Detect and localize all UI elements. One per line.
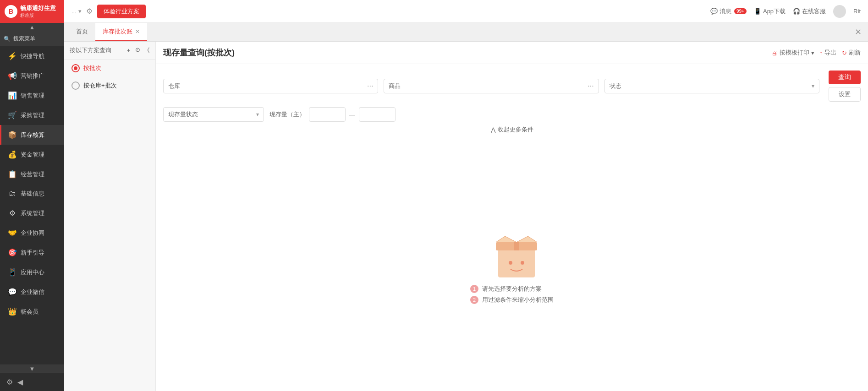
radio-selected-icon (71, 64, 80, 72)
collapse-panel-icon[interactable]: 《 (144, 46, 150, 54)
product-more-icon[interactable]: ··· (588, 82, 593, 90)
export-icon: ↑ (820, 49, 823, 56)
sidebar-label-system: 系统管理 (21, 209, 44, 217)
inventory-status-field[interactable]: 现存量状态 ▾ (163, 107, 264, 122)
sidebar-icon-quick-nav: ⚡ (8, 52, 17, 60)
sidebar-item-enterprise[interactable]: 🤝 企业协同 (0, 223, 64, 243)
filter-row-1: 仓库 ··· 商品 ··· 状态 ▾ 查询 设置 (163, 71, 861, 102)
tab-home[interactable]: 首页 (69, 23, 95, 41)
tab-batch-label: 库存批次账 (103, 27, 132, 36)
sidebar-item-inventory[interactable]: 📦 库存核算 (0, 125, 64, 145)
refresh-label: 刷新 (849, 49, 861, 57)
page-title: 现存量查询(按批次) (163, 47, 235, 58)
inventory-qty-group: 现存量（主） — (269, 107, 396, 122)
sidebar-item-guide[interactable]: 🎯 新手引导 (0, 243, 64, 262)
query-header-actions: 🖨 按模板打印 ▾ ↑ 导出 ↻ 刷新 (772, 49, 861, 57)
sidebar-items-list: ⚡ 快捷导航 📢 营销推广 📊 销售管理 🛒 采购管理 📦 库存核算 💰 资金管… (0, 46, 64, 364)
refresh-btn[interactable]: ↻ 刷新 (842, 49, 861, 57)
hint-num-2: 2 (470, 296, 478, 304)
collapse-more-btn[interactable]: ⋀ 收起更多条件 (163, 122, 861, 137)
filter-warehouse-batch-label: 按仓库+批次 (83, 81, 117, 90)
sidebar-item-system[interactable]: ⚙ 系统管理 (0, 203, 64, 223)
sidebar-item-operations[interactable]: 📋 经营管理 (0, 164, 64, 184)
tab-batch[interactable]: 库存批次账 ✕ (95, 23, 147, 41)
sidebar-label-marketing: 营销推广 (21, 72, 44, 80)
query-button[interactable]: 查询 (829, 71, 861, 84)
experience-btn[interactable]: 体验行业方案 (97, 5, 146, 18)
sidebar-icon-guide: 🎯 (8, 248, 17, 257)
sidebar-label-basic: 基础信息 (21, 190, 44, 198)
filter-panel: 按以下方案查询 ＋ ⊙ 《 按批次 按仓库+批次 (64, 42, 156, 391)
filter-conditions: 仓库 ··· 商品 ··· 状态 ▾ 查询 设置 (156, 64, 868, 144)
sidebar-scroll-up[interactable]: ▲ (0, 23, 64, 31)
topbar-dropdown[interactable]: ... ▾ (71, 8, 82, 15)
sidebar-item-apps[interactable]: 📱 应用中心 (0, 262, 64, 282)
online-service-label: 在线客服 (802, 7, 826, 16)
query-header: 现存量查询(按批次) 🖨 按模板打印 ▾ ↑ 导出 ↻ 刷新 (156, 42, 868, 64)
topbar-gear-icon[interactable]: ⚙ (86, 7, 93, 16)
tab-close-icon[interactable]: ✕ (135, 28, 140, 35)
sidebar-scroll-down[interactable]: ▼ (0, 364, 64, 373)
settings-button[interactable]: 设置 (829, 87, 861, 102)
sidebar-label-enterprise: 企业协同 (21, 229, 44, 237)
sidebar-item-purchase[interactable]: 🛒 采购管理 (0, 105, 64, 125)
collapse-sidebar-icon[interactable]: ◀ (17, 378, 23, 386)
app-title-block: 畅康通好生意 标准版 (20, 5, 56, 18)
add-scheme-icon[interactable]: ＋ (126, 46, 132, 54)
sidebar-item-basic[interactable]: 🗂 基础信息 (0, 184, 64, 203)
topbar-right: 💬 消息 99+ 📱 App下载 🎧 在线客服 Rit (710, 5, 861, 18)
filter-batch-label: 按批次 (83, 64, 101, 72)
settings-icon[interactable]: ⚙ (6, 378, 13, 386)
sidebar-icon-enterprise: 🤝 (8, 228, 17, 237)
scheme-settings-icon[interactable]: ⊙ (135, 46, 140, 54)
sidebar-icon-member: 👑 (8, 307, 17, 316)
sidebar-item-wechat[interactable]: 💬 企业微信 (0, 282, 64, 302)
inventory-qty-to[interactable] (359, 107, 396, 122)
inventory-status-label: 现存量状态 (168, 110, 198, 119)
sidebar-item-member[interactable]: 👑 畅会员 (0, 302, 64, 321)
online-service-btn[interactable]: 🎧 在线客服 (793, 7, 826, 16)
product-label: 商品 (389, 82, 401, 90)
search-label: 搜索菜单 (13, 35, 35, 43)
sidebar-icon-wechat: 💬 (8, 288, 17, 296)
sidebar-item-quick-nav[interactable]: ⚡ 快捷导航 (0, 46, 64, 66)
warehouse-more-icon[interactable]: ··· (367, 82, 373, 90)
product-field[interactable]: 商品 ··· (384, 79, 599, 93)
empty-hints: 1 请先选择要分析的方案 2 用过滤条件来缩小分析范围 (470, 285, 554, 304)
empty-illustration (489, 232, 535, 277)
warehouse-label: 仓库 (168, 82, 180, 90)
filter-item-batch[interactable]: 按批次 (64, 60, 155, 77)
status-field[interactable]: 状态 ▾ (604, 79, 819, 93)
sidebar-item-marketing[interactable]: 📢 营销推广 (0, 66, 64, 86)
sidebar-label-guide: 新手引导 (21, 249, 44, 257)
inventory-qty-from[interactable] (309, 107, 346, 122)
tab-bar: 首页 库存批次账 ✕ ✕ (64, 23, 868, 42)
warehouse-field[interactable]: 仓库 ··· (163, 79, 378, 93)
radio-unselected-icon (71, 81, 80, 90)
tab-panel-close[interactable]: ✕ (853, 25, 863, 39)
inventory-status-arrow-icon[interactable]: ▾ (256, 111, 259, 118)
print-btn[interactable]: 🖨 按模板打印 ▾ (772, 49, 814, 57)
export-btn[interactable]: ↑ 导出 (820, 49, 837, 57)
message-btn[interactable]: 💬 消息 99+ (710, 7, 747, 16)
user-avatar[interactable] (833, 5, 846, 18)
message-badge: 99+ (734, 8, 747, 14)
filter-item-warehouse-batch[interactable]: 按仓库+批次 (64, 77, 155, 94)
app-name: 畅康通好生意 (20, 5, 56, 12)
collapse-more-label: 收起更多条件 (498, 125, 533, 134)
sidebar-icon-inventory: 📦 (8, 130, 17, 139)
sidebar-search[interactable]: 🔍 搜索菜单 (0, 31, 64, 46)
app-download-btn[interactable]: 📱 App下载 (754, 7, 786, 16)
export-label: 导出 (824, 49, 836, 57)
sidebar-icon-purchase: 🛒 (8, 111, 17, 119)
status-arrow-icon[interactable]: ▾ (812, 83, 814, 89)
page-content: 按以下方案查询 ＋ ⊙ 《 按批次 按仓库+批次 (64, 42, 868, 391)
main-area: ... ▾ ⚙ 体验行业方案 💬 消息 99+ 📱 App下载 🎧 在线客服 R… (64, 0, 868, 391)
sidebar-icon-operations: 📋 (8, 170, 17, 179)
hint-num-1: 1 (470, 285, 478, 293)
sidebar: B 畅康通好生意 标准版 ▲ 🔍 搜索菜单 ⚡ 快捷导航 📢 营销推广 📊 销售… (0, 0, 64, 391)
sidebar-item-sales[interactable]: 📊 销售管理 (0, 86, 64, 105)
sidebar-item-finance[interactable]: 💰 资金管理 (0, 145, 64, 164)
sidebar-label-member: 畅会员 (21, 308, 38, 316)
sidebar-label-inventory: 库存核算 (21, 131, 44, 139)
